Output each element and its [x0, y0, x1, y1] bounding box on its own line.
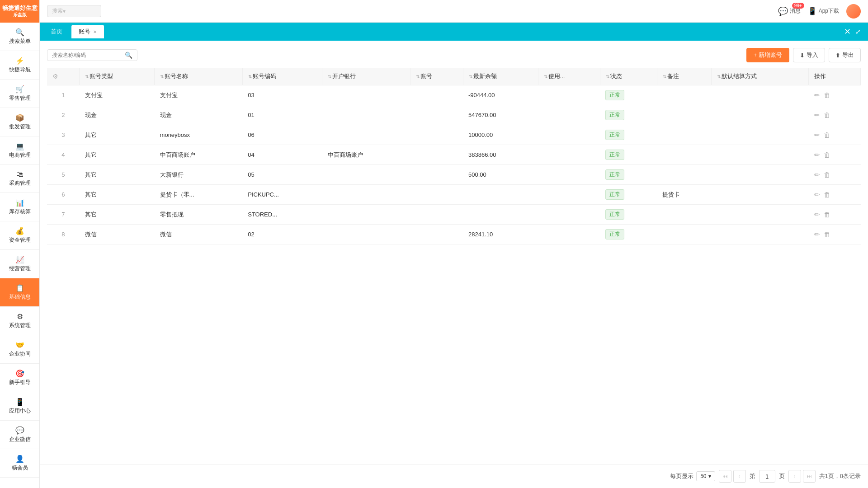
- edit-icon[interactable]: ✏: [814, 230, 820, 239]
- delete-icon[interactable]: 🗑: [824, 191, 830, 199]
- col-code[interactable]: ⇅账号编码: [242, 68, 322, 85]
- sidebar-item-finance[interactable]: 💰 资金管理: [0, 221, 39, 250]
- row-type: 其它: [80, 145, 155, 165]
- bizwx-icon: 💬: [15, 426, 24, 435]
- row-bank: [322, 165, 410, 185]
- sidebar-item-system[interactable]: ⚙ 系统管理: [0, 307, 39, 335]
- page-label: 第: [750, 472, 755, 480]
- delete-icon[interactable]: 🗑: [824, 91, 830, 99]
- page-prev-button[interactable]: ‹: [733, 470, 746, 483]
- delete-icon[interactable]: 🗑: [824, 230, 830, 239]
- row-balance: -90444.00: [463, 85, 538, 105]
- gear-icon[interactable]: ⚙: [52, 73, 58, 80]
- add-account-button[interactable]: + 新增账号: [746, 48, 789, 62]
- delete-icon[interactable]: 🗑: [824, 211, 830, 219]
- sidebar-item-label: 企业协同: [9, 350, 31, 358]
- col-type[interactable]: ⇅账号类型: [80, 68, 155, 85]
- sidebar-item-inventory[interactable]: 📊 库存核算: [0, 193, 39, 221]
- status-badge: 正常: [605, 169, 624, 180]
- app-download-button[interactable]: 📱 App下载: [808, 7, 839, 15]
- row-account: [410, 125, 463, 145]
- page-next-button[interactable]: ›: [788, 470, 801, 483]
- search-box[interactable]: 🔍: [47, 49, 137, 61]
- table-row: 5 其它 大新银行 05 500.00 正常 ✏ 🗑: [47, 165, 861, 185]
- sidebar-item-appcenter[interactable]: 📱 应用中心: [0, 392, 39, 421]
- edit-icon[interactable]: ✏: [814, 211, 820, 219]
- sidebar: 畅捷通好生意 乐盘版 🔍 搜索菜单 ⚡ 快捷导航 🛒 零售管理 📦 批发管理 💻…: [0, 0, 40, 488]
- sidebar-item-wholesale[interactable]: 📦 批发管理: [0, 108, 39, 136]
- sidebar-item-operations[interactable]: 📈 经营管理: [0, 250, 39, 278]
- search-icon: 🔍: [15, 28, 24, 37]
- tab-close-icon[interactable]: ✕: [844, 27, 851, 37]
- col-default_settle[interactable]: ⇅默认结算方式: [711, 68, 809, 85]
- page-input[interactable]: [759, 470, 775, 483]
- table-row: 4 其它 中百商场账户 04 中百商场账户 383866.00 正常 ✏ 🗑: [47, 145, 861, 165]
- sort-arrows-name: ⇅: [160, 74, 164, 79]
- tab-account[interactable]: 账号 ✕: [71, 25, 104, 38]
- col-remark[interactable]: ⇅备注: [657, 68, 711, 85]
- import-button[interactable]: ⬇ 导入: [793, 48, 825, 62]
- edit-icon[interactable]: ✏: [814, 171, 820, 179]
- sidebar-item-member[interactable]: 👤 畅会员: [0, 449, 39, 478]
- row-name: 大新银行: [155, 165, 243, 185]
- edit-icon[interactable]: ✏: [814, 191, 820, 199]
- delete-icon[interactable]: 🗑: [824, 151, 830, 159]
- row-type: 其它: [80, 185, 155, 205]
- sidebar-item-basic[interactable]: 📋 基础信息: [0, 278, 39, 307]
- row-default-settle: [711, 145, 809, 165]
- row-status: 正常: [600, 205, 657, 225]
- sidebar-item-search[interactable]: 🔍 搜索菜单: [0, 23, 39, 51]
- edit-icon[interactable]: ✏: [814, 111, 820, 119]
- page-last-button[interactable]: ⏭: [803, 470, 816, 483]
- row-account: [410, 185, 463, 205]
- row-num: 3: [47, 125, 80, 145]
- col-name[interactable]: ⇅账号名称: [155, 68, 243, 85]
- status-badge: 正常: [605, 110, 624, 120]
- tab-account-close[interactable]: ✕: [93, 29, 97, 34]
- tab-maximize-icon[interactable]: ⤢: [855, 28, 861, 35]
- col-bank[interactable]: ⇅开户银行: [322, 68, 410, 85]
- accounts-table-container: ⚙⇅账号类型⇅账号名称⇅账号编码⇅开户银行⇅账号⇅最新余额⇅使用...⇅状态⇅备…: [47, 68, 861, 244]
- per-page-select[interactable]: 50 ▾: [696, 471, 715, 481]
- export-button[interactable]: ⬆ 导出: [829, 48, 861, 62]
- row-code: STORED...: [242, 205, 322, 225]
- delete-icon[interactable]: 🗑: [824, 171, 830, 179]
- search-input[interactable]: [52, 52, 122, 58]
- delete-icon[interactable]: 🗑: [824, 131, 830, 139]
- sidebar-item-retail[interactable]: 🛒 零售管理: [0, 80, 39, 108]
- row-code: 05: [242, 165, 322, 185]
- edit-icon[interactable]: ✏: [814, 131, 820, 139]
- sidebar-item-label: 批发管理: [9, 123, 31, 131]
- row-bank: [322, 85, 410, 105]
- row-name: moneybosx: [155, 125, 243, 145]
- topbar-right: 💬 消息 99+ 📱 App下载: [778, 4, 861, 19]
- col-account[interactable]: ⇅账号: [410, 68, 463, 85]
- row-actions: ✏ 🗑: [809, 205, 861, 225]
- edit-icon[interactable]: ✏: [814, 91, 820, 99]
- row-code: 01: [242, 105, 322, 125]
- row-default-settle: [711, 105, 809, 125]
- tab-home[interactable]: 首页: [43, 25, 70, 38]
- sidebar-item-ecommerce[interactable]: 💻 电商管理: [0, 136, 39, 165]
- col-usage[interactable]: ⇅使用...: [538, 68, 600, 85]
- import-label: 导入: [807, 51, 818, 59]
- row-type: 其它: [80, 125, 155, 145]
- sort-arrows-usage: ⇅: [544, 74, 547, 79]
- row-status: 正常: [600, 125, 657, 145]
- col-status[interactable]: ⇅状态: [600, 68, 657, 85]
- sidebar-item-newguide[interactable]: 🎯 新手引导: [0, 364, 39, 392]
- row-default-settle: [711, 185, 809, 205]
- sidebar-item-bizwx[interactable]: 💬 企业微信: [0, 421, 39, 449]
- avatar[interactable]: [846, 4, 861, 19]
- sidebar-item-purchase[interactable]: 🛍 采购管理: [0, 165, 39, 193]
- message-button[interactable]: 💬 消息 99+: [778, 6, 801, 16]
- tabbar: 首页 账号 ✕ ✕ ⤢: [40, 23, 868, 41]
- row-status: 正常: [600, 85, 657, 105]
- delete-icon[interactable]: 🗑: [824, 111, 830, 119]
- col-balance[interactable]: ⇅最新余额: [463, 68, 538, 85]
- edit-icon[interactable]: ✏: [814, 151, 820, 159]
- page-first-button[interactable]: ⏮: [719, 470, 731, 483]
- sidebar-item-corporate[interactable]: 🤝 企业协同: [0, 335, 39, 364]
- sidebar-item-shortcut[interactable]: ⚡ 快捷导航: [0, 51, 39, 80]
- topbar-search-box[interactable]: 搜索 ▾: [47, 5, 101, 17]
